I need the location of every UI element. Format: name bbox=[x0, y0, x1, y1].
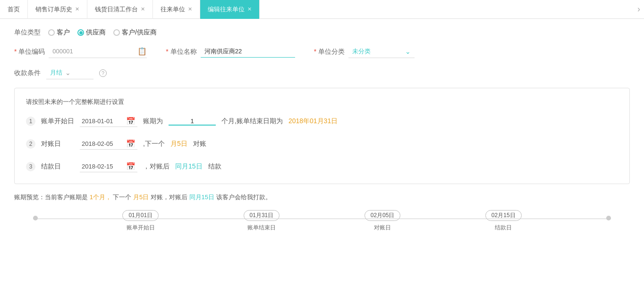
radio-customer-label: 客户 bbox=[57, 28, 70, 37]
radio-customer-circle bbox=[48, 29, 55, 36]
payment-prefix: ，对账后 bbox=[143, 162, 169, 171]
reconcile-highlight: 月5日 bbox=[170, 140, 187, 148]
preview-label: 账期预览：当前客户账期是 bbox=[14, 194, 88, 201]
start-date-input-box: 📅 bbox=[80, 116, 137, 127]
preview-end: 该客户会给我打款。 bbox=[216, 194, 271, 201]
tab-partner-units[interactable]: 往来单位 ✕ bbox=[153, 0, 200, 19]
tab-edit-partner-close[interactable]: ✕ bbox=[247, 7, 252, 12]
setting-row-1: 1 账单开始日 📅 账期为 个月,账单结束日期为 2018年01月31日 bbox=[26, 116, 618, 127]
tabs-expand-icon[interactable]: › bbox=[637, 4, 640, 14]
preview-payment: 同月15日 bbox=[189, 194, 214, 201]
payment-terms-label: 收款条件 bbox=[14, 69, 41, 77]
payment-date-input-box: 📅 bbox=[80, 161, 137, 172]
radio-customer[interactable]: 客户 bbox=[48, 28, 70, 37]
start-date-calendar-icon[interactable]: 📅 bbox=[126, 117, 136, 126]
tab-sales-history-close[interactable]: ✕ bbox=[75, 7, 79, 12]
unit-info-row: 单位编码 📋 单位名称 单位分类 未分类 ⌄ bbox=[14, 45, 630, 58]
timeline-node-3: 02月05日 对账日 bbox=[364, 210, 401, 232]
timeline-node-2-badge: 01月31日 bbox=[244, 210, 280, 221]
unit-category-label: 单位分类 bbox=[314, 48, 345, 56]
preview-middle: 对账，对账后 bbox=[151, 194, 187, 201]
radio-supplier-label: 供应商 bbox=[86, 28, 106, 37]
timeline-end-dot bbox=[606, 216, 611, 220]
timeline-line bbox=[33, 219, 611, 219]
tab-cash-work-close[interactable]: ✕ bbox=[141, 7, 145, 12]
timeline-node-2: 01月31日 账单结束日 bbox=[244, 210, 280, 232]
timeline-node-4: 02月15日 结款日 bbox=[485, 210, 522, 232]
tab-cash-work[interactable]: 钱货日清工作台 ✕ bbox=[87, 0, 153, 19]
setting-row-2: 2 对账日 📅 ,下一个 月5日 对账 bbox=[26, 138, 618, 150]
step-1: 1 bbox=[26, 117, 35, 126]
period-value-input[interactable] bbox=[169, 118, 216, 126]
unit-type-row: 单位类型 客户 供应商 客户/供应商 bbox=[14, 28, 630, 37]
setting-row-3: 3 结款日 📅 ，对账后 同月15日 结款 bbox=[26, 161, 618, 172]
unit-name-group: 单位名称 bbox=[166, 46, 295, 58]
unit-category-arrow: ⌄ bbox=[405, 48, 411, 55]
tab-edit-partner-label: 编辑往来单位 bbox=[208, 5, 245, 14]
step-3: 3 bbox=[26, 162, 35, 171]
timeline-section: 01月01日 账单开始日 01月31日 账单结束日 02月05日 对账日 02月… bbox=[14, 210, 630, 232]
preview-period: 1个月， bbox=[90, 194, 111, 201]
tab-sales-history-label: 销售订单历史 bbox=[35, 5, 72, 14]
timeline-start-dot bbox=[33, 216, 38, 220]
unit-type-label: 单位类型 bbox=[14, 28, 42, 37]
timeline-nodes-row: 01月01日 账单开始日 01月31日 账单结束日 02月05日 对账日 02月… bbox=[33, 210, 611, 232]
main-content: 单位类型 客户 供应商 客户/供应商 单位编码 📋 单位 bbox=[0, 19, 644, 287]
preview-next: 下一个 bbox=[113, 194, 131, 201]
tab-cash-work-label: 钱货日清工作台 bbox=[95, 5, 138, 14]
end-date-highlight: 2018年01月31日 bbox=[288, 117, 338, 126]
unit-category-value: 未分类 bbox=[352, 47, 371, 56]
payment-terms-select[interactable]: 月结 ⌄ bbox=[46, 67, 93, 79]
unit-name-input[interactable] bbox=[201, 46, 295, 58]
payment-date-input[interactable] bbox=[82, 163, 124, 170]
reconcile-suffix: 对账 bbox=[193, 140, 206, 148]
setting-2-label: 对账日 bbox=[41, 140, 74, 148]
unit-code-group: 单位编码 📋 bbox=[14, 46, 147, 58]
radio-supplier-circle bbox=[77, 29, 84, 36]
card-title: 请按照未来的一个完整帐期进行设置 bbox=[26, 98, 618, 106]
preview-text: 账期预览：当前客户账期是 1个月， 下一个 月5日 对账，对账后 同月15日 该… bbox=[14, 192, 630, 203]
setting-1-label: 账单开始日 bbox=[41, 117, 74, 126]
radio-customer-supplier-label: 客户/供应商 bbox=[122, 28, 157, 37]
period-unit: 个月,账单结束日期为 bbox=[221, 117, 283, 126]
tab-sales-history[interactable]: 销售订单历史 ✕ bbox=[28, 0, 87, 19]
unit-code-input[interactable] bbox=[49, 46, 136, 57]
timeline-node-4-label: 结款日 bbox=[495, 224, 512, 232]
timeline-node-3-label: 对账日 bbox=[374, 224, 391, 232]
reconcile-date-input[interactable] bbox=[82, 140, 124, 147]
payment-terms-value: 月结 bbox=[50, 68, 62, 77]
radio-customer-supplier-circle bbox=[113, 29, 120, 36]
timeline-end bbox=[606, 216, 611, 220]
payment-terms-row: 收款条件 月结 ⌄ ? bbox=[14, 67, 630, 79]
radio-customer-supplier[interactable]: 客户/供应商 bbox=[113, 28, 157, 37]
setting-3-label: 结款日 bbox=[41, 162, 74, 171]
payment-suffix: 结款 bbox=[208, 162, 221, 171]
preview-reconcile: 月5日 bbox=[133, 194, 149, 201]
period-settings-card: 请按照未来的一个完整帐期进行设置 1 账单开始日 📅 账期为 个月,账单结束日期… bbox=[14, 88, 630, 184]
timeline-node-3-badge: 02月05日 bbox=[364, 210, 401, 221]
unit-code-copy-icon[interactable]: 📋 bbox=[137, 47, 147, 56]
tab-home[interactable]: 首页 bbox=[4, 0, 28, 19]
radio-supplier[interactable]: 供应商 bbox=[77, 28, 106, 37]
reconcile-date-input-box: 📅 bbox=[80, 138, 137, 150]
payment-terms-help-icon[interactable]: ? bbox=[99, 69, 107, 77]
unit-type-radio-group: 客户 供应商 客户/供应商 bbox=[48, 28, 157, 37]
unit-category-select[interactable]: 未分类 ⌄ bbox=[348, 45, 415, 58]
tab-edit-partner[interactable]: 编辑往来单位 ✕ bbox=[200, 0, 260, 19]
payment-highlight: 同月15日 bbox=[175, 162, 203, 171]
tab-home-label: 首页 bbox=[8, 5, 20, 14]
payment-date-calendar-icon[interactable]: 📅 bbox=[126, 162, 136, 171]
unit-code-label: 单位编码 bbox=[14, 48, 45, 56]
tab-partner-units-label: 往来单位 bbox=[161, 5, 185, 14]
timeline-node-2-label: 账单结束日 bbox=[247, 224, 276, 232]
step-2: 2 bbox=[26, 139, 35, 149]
start-date-input[interactable] bbox=[82, 118, 124, 125]
timeline-node-1-badge: 01月01日 bbox=[122, 210, 159, 221]
unit-code-input-wrapper: 📋 bbox=[49, 46, 147, 58]
timeline-node-4-badge: 02月15日 bbox=[485, 210, 522, 221]
payment-terms-arrow: ⌄ bbox=[65, 69, 71, 76]
unit-category-group: 单位分类 未分类 ⌄ bbox=[314, 45, 415, 58]
reconcile-date-calendar-icon[interactable]: 📅 bbox=[126, 139, 136, 148]
unit-name-label: 单位名称 bbox=[166, 48, 196, 56]
tab-partner-units-close[interactable]: ✕ bbox=[188, 7, 192, 12]
